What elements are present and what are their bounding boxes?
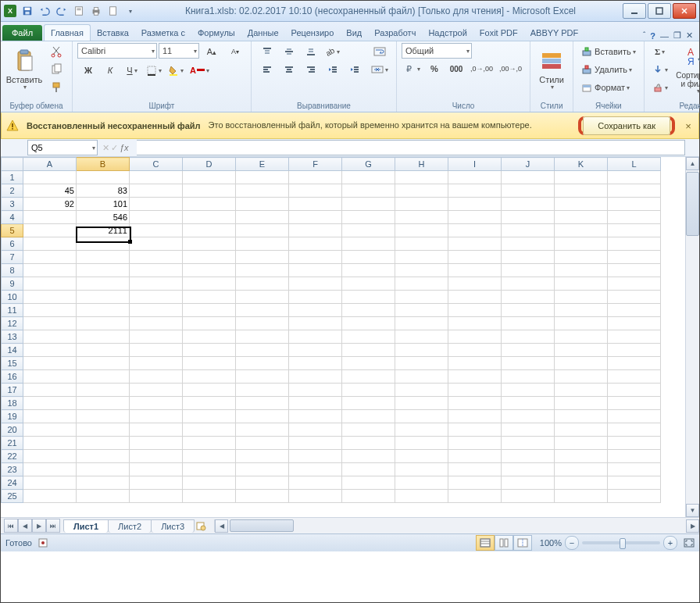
clear-icon[interactable]: ▾ [649, 79, 671, 96]
cell-A17[interactable] [23, 384, 77, 397]
cell-I15[interactable] [448, 357, 502, 370]
cell-C18[interactable] [130, 397, 183, 410]
fill-icon[interactable]: ▾ [649, 61, 671, 78]
cell-D16[interactable] [183, 370, 236, 384]
cell-B10[interactable] [77, 291, 130, 304]
cell-K6[interactable] [555, 237, 608, 251]
column-header-H[interactable]: H [395, 158, 448, 171]
cell-A8[interactable] [23, 264, 77, 277]
column-header-I[interactable]: I [448, 158, 502, 171]
cell-C11[interactable] [130, 304, 183, 317]
cell-L6[interactable] [608, 237, 661, 251]
cell-K15[interactable] [555, 357, 608, 370]
insert-cells-button[interactable]: Вставить▾ [578, 43, 639, 60]
cell-H18[interactable] [395, 397, 448, 410]
cancel-formula-icon[interactable]: ✕ [102, 143, 109, 153]
cell-H9[interactable] [395, 277, 448, 291]
cell-D17[interactable] [183, 384, 236, 397]
align-bottom-icon[interactable] [300, 43, 322, 60]
cell-E8[interactable] [236, 264, 289, 277]
cell-B2[interactable]: 83 [77, 184, 130, 198]
comma-icon[interactable]: 000 [445, 60, 467, 77]
cell-H6[interactable] [395, 237, 448, 251]
align-middle-icon[interactable] [278, 43, 300, 60]
cell-C6[interactable] [130, 237, 183, 251]
shrink-font-icon[interactable]: A▾ [224, 43, 246, 60]
cell-L25[interactable] [608, 490, 661, 503]
cell-I3[interactable] [448, 198, 502, 211]
cell-I9[interactable] [448, 277, 502, 291]
cell-J20[interactable] [502, 423, 555, 437]
align-left-icon[interactable] [256, 61, 278, 78]
cell-E24[interactable] [236, 476, 289, 490]
cell-A16[interactable] [23, 370, 77, 384]
cell-F18[interactable] [289, 397, 342, 410]
cell-G12[interactable] [342, 317, 395, 330]
format-cells-button[interactable]: Формат▾ [578, 79, 639, 96]
zoom-slider[interactable] [582, 541, 660, 544]
cell-L3[interactable] [608, 198, 661, 211]
cell-K21[interactable] [555, 437, 608, 450]
cell-G19[interactable] [342, 410, 395, 423]
cell-G5[interactable] [342, 224, 395, 237]
cell-A19[interactable] [23, 410, 77, 423]
cell-G8[interactable] [342, 264, 395, 277]
view-page-break-icon[interactable] [513, 535, 532, 551]
cell-J5[interactable] [502, 224, 555, 237]
row-header-20[interactable]: 20 [2, 423, 23, 437]
cell-D10[interactable] [183, 291, 236, 304]
cell-J25[interactable] [502, 490, 555, 503]
format-painter-icon[interactable] [45, 79, 67, 96]
cut-icon[interactable] [45, 43, 67, 60]
cell-J9[interactable] [502, 277, 555, 291]
cell-G2[interactable] [342, 184, 395, 198]
cell-L10[interactable] [608, 291, 661, 304]
cell-G20[interactable] [342, 423, 395, 437]
cell-C10[interactable] [130, 291, 183, 304]
horizontal-scrollbar[interactable]: ◀ ▶ [214, 519, 699, 532]
cell-L9[interactable] [608, 277, 661, 291]
vscroll-thumb[interactable] [686, 172, 699, 236]
cell-B21[interactable] [77, 437, 130, 450]
new-icon[interactable] [105, 3, 121, 19]
italic-icon[interactable]: К [99, 62, 121, 79]
cell-H22[interactable] [395, 450, 448, 463]
cell-L17[interactable] [608, 384, 661, 397]
cell-J7[interactable] [502, 251, 555, 264]
cell-J11[interactable] [502, 304, 555, 317]
tab-developer[interactable]: Разработч [368, 25, 422, 41]
cell-J3[interactable] [502, 198, 555, 211]
grow-font-icon[interactable]: A▴ [201, 43, 223, 60]
cell-D20[interactable] [183, 423, 236, 437]
cell-D19[interactable] [183, 410, 236, 423]
help-icon[interactable]: ? [650, 31, 655, 41]
cell-A4[interactable] [23, 211, 77, 224]
doc-minimize-icon[interactable]: — [660, 31, 669, 41]
cell-C9[interactable] [130, 277, 183, 291]
cell-B15[interactable] [77, 357, 130, 370]
copy-icon[interactable] [45, 61, 67, 78]
cell-E16[interactable] [236, 370, 289, 384]
cell-L16[interactable] [608, 370, 661, 384]
cell-C12[interactable] [130, 317, 183, 330]
cell-G22[interactable] [342, 450, 395, 463]
cell-D11[interactable] [183, 304, 236, 317]
scroll-up-icon[interactable]: ▲ [686, 157, 699, 170]
cell-L18[interactable] [608, 397, 661, 410]
cell-D7[interactable] [183, 251, 236, 264]
cell-K23[interactable] [555, 463, 608, 476]
cell-L8[interactable] [608, 264, 661, 277]
doc-restore-icon[interactable]: ❐ [673, 30, 681, 41]
column-header-J[interactable]: J [502, 158, 555, 171]
align-center-icon[interactable] [278, 61, 300, 78]
cell-D1[interactable] [183, 171, 236, 184]
cell-F2[interactable] [289, 184, 342, 198]
tab-foxit[interactable]: Foxit PDF [473, 25, 524, 41]
cell-B16[interactable] [77, 370, 130, 384]
ribbon-minimize-icon[interactable]: ˆ [643, 31, 645, 40]
cell-C16[interactable] [130, 370, 183, 384]
save-as-button[interactable]: Сохранить как [583, 116, 670, 135]
row-header-10[interactable]: 10 [2, 291, 23, 304]
sheet-nav-next-icon[interactable]: ▶ [32, 519, 46, 533]
print-icon[interactable] [88, 3, 104, 19]
